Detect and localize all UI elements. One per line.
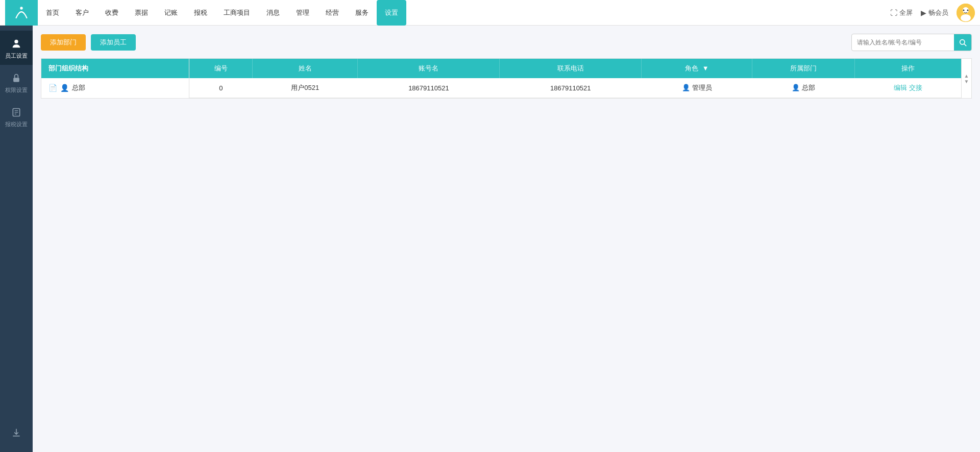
- svg-rect-7: [13, 78, 19, 82]
- cell-name: 用户0521: [253, 78, 358, 98]
- cell-role: 👤 管理员: [642, 78, 752, 98]
- file-icon: 📄: [48, 84, 57, 92]
- sidebar-item-employee[interactable]: 员工设置: [0, 31, 33, 65]
- sidebar-item-tax-settings-label: 报税设置: [5, 121, 28, 128]
- fullscreen-button[interactable]: ⛶ 全屏: [890, 8, 913, 17]
- report-icon: [10, 106, 22, 118]
- dept-tree-header: 部门组织结构: [41, 59, 189, 78]
- table-header-row: 编号 姓名 账号名 联系电话 角色 ▼ 所属部门 操作: [189, 59, 961, 78]
- svg-line-14: [964, 44, 966, 46]
- col-phone: 联系电话: [500, 59, 642, 78]
- svg-point-0: [20, 7, 22, 9]
- download-icon: [10, 426, 22, 439]
- person-icon-yellow: 👤: [60, 84, 69, 92]
- nav-item-operation[interactable]: 经营: [317, 0, 347, 26]
- employee-table: 编号 姓名 账号名 联系电话 角色 ▼ 所属部门 操作: [189, 59, 961, 98]
- nav-logo: [5, 0, 38, 26]
- nav-item-message[interactable]: 消息: [258, 0, 288, 26]
- fullscreen-label: 全屏: [899, 8, 913, 17]
- col-role: 角色 ▼: [642, 59, 752, 78]
- dept-name: 总部: [72, 83, 85, 92]
- col-name: 姓名: [253, 59, 358, 78]
- scroll-down-icon[interactable]: ▼: [964, 79, 969, 84]
- col-dept: 所属部门: [752, 59, 855, 78]
- fullscreen-icon: ⛶: [890, 9, 897, 17]
- filter-icon[interactable]: ▼: [702, 64, 709, 72]
- toolbar: 添加部门 添加员工: [41, 34, 972, 51]
- sidebar-item-permission[interactable]: 权限设置: [0, 65, 33, 99]
- table-row: 0 用户0521 18679110521 18679110521 👤 管理员 👤…: [189, 78, 961, 98]
- sidebar-item-permission-label: 权限设置: [5, 86, 28, 94]
- sidebar-item-download[interactable]: [10, 419, 22, 444]
- person-icon: [10, 38, 22, 50]
- cell-account: 18679110521: [358, 78, 500, 98]
- nav-item-tax[interactable]: 报税: [186, 0, 215, 26]
- nav-item-service[interactable]: 服务: [347, 0, 377, 26]
- scroll-arrows[interactable]: ▲ ▼: [961, 59, 971, 98]
- nav-right: ⛶ 全屏 ▶ 畅会员: [890, 4, 975, 22]
- emp-table: 编号 姓名 账号名 联系电话 角色 ▼ 所属部门 操作: [189, 59, 961, 98]
- nav-item-manage[interactable]: 管理: [288, 0, 317, 26]
- nav-item-bookkeeping[interactable]: 记账: [156, 0, 186, 26]
- employee-area: 部门组织结构 📄 👤 总部 编号 姓名 账号名 联系电话: [41, 58, 972, 99]
- action-btn-0[interactable]: 编辑: [894, 83, 907, 92]
- col-action: 操作: [855, 59, 961, 78]
- nav-item-business[interactable]: 工商项目: [215, 0, 258, 26]
- search-input[interactable]: [852, 36, 954, 49]
- search-box: [851, 34, 972, 51]
- svg-point-6: [14, 40, 18, 43]
- cell-actions: 编辑 交接: [855, 78, 961, 98]
- nav-item-ticket[interactable]: 票据: [127, 0, 156, 26]
- svg-point-5: [967, 9, 969, 11]
- scroll-up-icon[interactable]: ▲: [964, 73, 969, 79]
- add-emp-button[interactable]: 添加员工: [91, 34, 136, 51]
- sidebar-bottom: [10, 419, 22, 452]
- avatar[interactable]: [957, 4, 975, 22]
- nav-items: 首页 客户 收费 票据 记账 报税 工商项目 消息 管理 经营 服务 设置: [38, 0, 890, 26]
- dept-tree: 部门组织结构 📄 👤 总部: [41, 59, 189, 98]
- cell-id: 0: [189, 78, 253, 98]
- vip-label: 畅会员: [928, 8, 948, 17]
- dept-tree-item-general[interactable]: 📄 👤 总部: [41, 78, 189, 98]
- col-account: 账号名: [358, 59, 500, 78]
- lock-icon: [10, 72, 22, 84]
- nav-item-charge[interactable]: 收费: [97, 0, 127, 26]
- svg-point-4: [963, 9, 965, 11]
- col-id: 编号: [189, 59, 253, 78]
- cell-dept: 👤 总部: [752, 78, 855, 98]
- sidebar-item-employee-label: 员工设置: [5, 52, 28, 60]
- top-nav: 首页 客户 收费 票据 记账 报税 工商项目 消息 管理 经营 服务 设置 ⛶ …: [0, 0, 980, 26]
- action-btn-1[interactable]: 交接: [909, 83, 922, 92]
- search-button[interactable]: [954, 34, 971, 51]
- main-layout: 员工设置 权限设置 报税设置: [0, 26, 980, 452]
- sidebar-item-tax-settings[interactable]: 报税设置: [0, 99, 33, 133]
- add-dept-button[interactable]: 添加部门: [41, 34, 86, 51]
- vip-icon: ▶: [921, 9, 926, 17]
- nav-item-settings[interactable]: 设置: [377, 0, 406, 26]
- cell-phone: 18679110521: [500, 78, 642, 98]
- svg-point-3: [961, 14, 971, 21]
- vip-button[interactable]: ▶ 畅会员: [921, 8, 948, 17]
- content-area: 添加部门 添加员工 部门组织结构 📄 👤 总部: [33, 26, 980, 452]
- sidebar: 员工设置 权限设置 报税设置: [0, 26, 33, 452]
- nav-item-home[interactable]: 首页: [38, 0, 67, 26]
- nav-item-customer[interactable]: 客户: [67, 0, 97, 26]
